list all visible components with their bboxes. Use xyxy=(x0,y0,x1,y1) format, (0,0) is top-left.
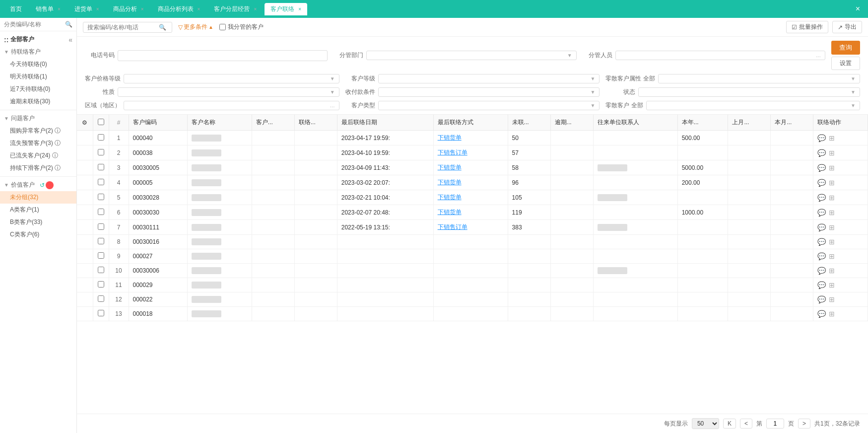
analysis-tab-close[interactable]: × xyxy=(141,6,144,12)
nav-tab-analysis-list[interactable]: 商品分析列表 × xyxy=(152,3,206,15)
prev-page-btn[interactable]: < xyxy=(740,419,752,429)
last-method-link[interactable]: 下销货单 xyxy=(438,209,462,216)
sidebar-item-class-a[interactable]: A类客户(1) xyxy=(0,204,76,216)
sidebar-search-bar[interactable]: 🔍 xyxy=(0,18,76,31)
last-method-link[interactable]: 下销售订单 xyxy=(438,149,467,156)
per-page-select[interactable]: 50 100 200 xyxy=(692,418,719,429)
sidebar-item-declining[interactable]: 持续下滑客户(2) ⓘ xyxy=(0,162,76,174)
nav-tab-home[interactable]: 首页 xyxy=(4,3,28,15)
message-icon[interactable]: 💬 xyxy=(817,223,826,231)
customer-contact-tab-close[interactable]: × xyxy=(298,6,301,12)
my-customers-check[interactable] xyxy=(219,24,226,30)
grid-action-icon[interactable]: ⊞ xyxy=(829,281,835,289)
grid-action-icon[interactable]: ⊞ xyxy=(829,295,835,303)
message-icon[interactable]: 💬 xyxy=(817,281,826,289)
message-icon[interactable]: 💬 xyxy=(817,149,826,157)
sidebar-item-lost[interactable]: 已流失客户(24) ⓘ xyxy=(0,149,76,162)
nav-tab-customer-segment[interactable]: 客户分层经营 × xyxy=(208,3,263,15)
manager-select[interactable]: … xyxy=(615,51,825,60)
status-select[interactable]: ▼ xyxy=(638,87,860,97)
grid-action-icon[interactable]: ⊞ xyxy=(829,134,835,142)
message-icon[interactable]: 💬 xyxy=(817,209,826,216)
payment-select[interactable]: ▼ xyxy=(378,87,600,97)
row-checkbox[interactable] xyxy=(98,295,104,302)
message-icon[interactable]: 💬 xyxy=(817,179,826,187)
nav-tab-customer-contact[interactable]: 客户联络 × xyxy=(265,3,307,15)
td-check[interactable] xyxy=(93,160,109,175)
td-check[interactable] xyxy=(93,249,109,264)
td-check[interactable] xyxy=(93,235,109,249)
row-checkbox[interactable] xyxy=(98,267,104,273)
row-checkbox[interactable] xyxy=(98,281,104,288)
nature-select[interactable]: ▼ xyxy=(118,87,339,97)
last-method-link[interactable]: 下销货单 xyxy=(438,164,462,171)
td-check[interactable] xyxy=(93,264,109,278)
row-checkbox[interactable] xyxy=(98,209,104,215)
td-check[interactable] xyxy=(93,145,109,160)
row-checkbox[interactable] xyxy=(98,164,104,170)
row-checkbox[interactable] xyxy=(98,252,104,259)
last-method-link[interactable]: 下销售订单 xyxy=(438,223,467,230)
sidebar-item-ungrouped[interactable]: 未分组(32) xyxy=(0,191,76,204)
row-checkbox[interactable] xyxy=(98,149,104,155)
sidebar-item-churn-risk[interactable]: 流失预警客户(3) ⓘ xyxy=(0,137,76,149)
sidebar-search-input[interactable] xyxy=(4,21,63,28)
more-conditions-btn[interactable]: ▽ 更多条件 ▲ xyxy=(178,23,213,31)
td-check[interactable] xyxy=(93,190,109,205)
grid-action-icon[interactable]: ⊞ xyxy=(829,310,835,318)
sales-tab-close[interactable]: × xyxy=(58,6,61,12)
customer-grade-select[interactable]: ▼ xyxy=(378,74,600,83)
message-icon[interactable]: 💬 xyxy=(817,267,826,275)
dept-select[interactable]: ▼ xyxy=(366,51,576,60)
row-checkbox[interactable] xyxy=(98,134,104,141)
sidebar-search-icon[interactable]: 🔍 xyxy=(65,21,72,28)
price-grade-select[interactable]: ▼ xyxy=(124,74,339,83)
phone-input[interactable] xyxy=(118,50,328,61)
grid-action-icon[interactable]: ⊞ xyxy=(829,209,835,216)
message-icon[interactable]: 💬 xyxy=(817,295,826,303)
batch-op-btn[interactable]: ☑ 批量操作 xyxy=(786,21,828,33)
grid-action-icon[interactable]: ⊞ xyxy=(829,149,835,157)
row-checkbox[interactable] xyxy=(98,238,104,244)
td-check[interactable] xyxy=(93,205,109,220)
export-btn[interactable]: ↗ 导出 xyxy=(832,21,862,33)
td-check[interactable] xyxy=(93,307,109,321)
main-search-input[interactable] xyxy=(87,24,157,31)
grid-action-icon[interactable]: ⊞ xyxy=(829,194,835,202)
scatter-attr-select[interactable]: ▼ xyxy=(658,74,860,83)
grid-action-icon[interactable]: ⊞ xyxy=(829,164,835,172)
sidebar-item-class-b[interactable]: B类客户(33) xyxy=(0,216,76,228)
row-checkbox[interactable] xyxy=(98,179,104,185)
my-customers-checkbox[interactable]: 我分管的客户 xyxy=(219,23,264,31)
nav-tab-sales[interactable]: 销售单 × xyxy=(30,3,67,15)
row-checkbox[interactable] xyxy=(98,223,104,230)
refresh-icon[interactable]: ↺ xyxy=(40,182,45,189)
check-all[interactable] xyxy=(98,119,104,125)
grid-action-icon[interactable]: ⊞ xyxy=(829,252,835,260)
reset-btn[interactable]: 设置 xyxy=(831,57,860,70)
last-method-link[interactable]: 下销货单 xyxy=(438,194,462,201)
customer-type-select[interactable]: ▼ xyxy=(378,101,600,110)
nav-tab-purchase[interactable]: 进货单 × xyxy=(68,3,105,15)
td-check[interactable] xyxy=(93,278,109,292)
grid-action-icon[interactable]: ⊞ xyxy=(829,223,835,231)
message-icon[interactable]: 💬 xyxy=(817,134,826,142)
region-select[interactable]: … xyxy=(124,101,339,110)
message-icon[interactable]: 💬 xyxy=(817,238,826,246)
td-check[interactable] xyxy=(93,175,109,190)
main-search-icon[interactable]: 🔍 xyxy=(159,24,166,31)
all-customers-header[interactable]: :: 全部客户 « xyxy=(0,31,76,46)
sidebar-item-today[interactable]: 今天待联络(0) xyxy=(0,58,76,71)
td-check[interactable] xyxy=(93,220,109,235)
sidebar-group-pending[interactable]: ▼ 待联络客户 xyxy=(0,46,76,58)
row-checkbox[interactable] xyxy=(98,310,104,316)
sidebar-group-value[interactable]: ▼ 价值客户 ↺ xyxy=(0,179,76,191)
last-method-link[interactable]: 下销货单 xyxy=(438,179,462,186)
last-method-link[interactable]: 下销货单 xyxy=(438,134,462,141)
sidebar-item-tomorrow[interactable]: 明天待联络(1) xyxy=(0,71,76,83)
grid-action-icon[interactable]: ⊞ xyxy=(829,179,835,187)
sidebar-item-overdue[interactable]: 逾期未联络(30) xyxy=(0,95,76,108)
sidebar-item-class-c[interactable]: C类客户(6) xyxy=(0,228,76,241)
grid-action-icon[interactable]: ⊞ xyxy=(829,238,835,246)
message-icon[interactable]: 💬 xyxy=(817,194,826,202)
